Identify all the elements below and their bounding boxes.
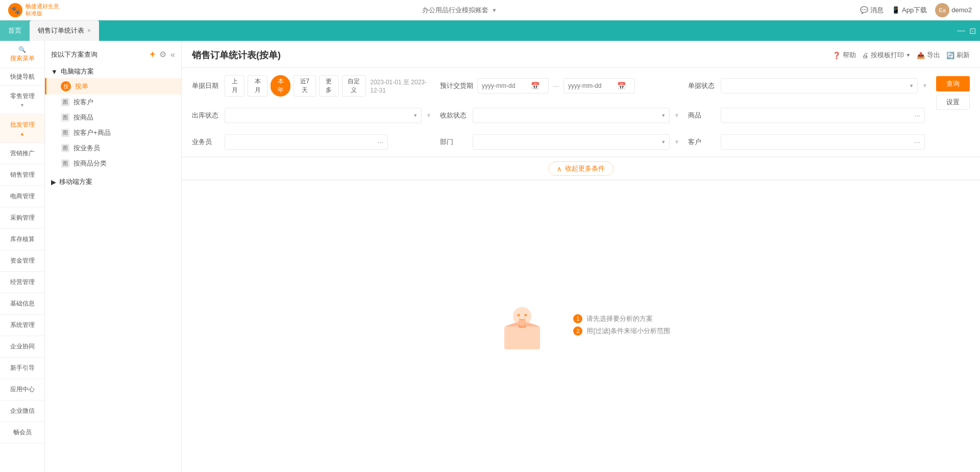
query-btn[interactable]: 查询 (936, 76, 970, 91)
scheme-collapse-icon[interactable]: « (170, 50, 175, 59)
sidebar-item-basic[interactable]: 基础信息 (0, 293, 44, 315)
scheme-panel-actions: + ⚙ « (150, 49, 175, 60)
collapse-btn[interactable]: ∧ 收起更多条件 (548, 161, 614, 176)
bill-date-label: 单据日期 (192, 81, 220, 90)
scheme-settings-icon[interactable]: ⚙ (159, 50, 166, 59)
scheme-add-btn[interactable]: + (150, 49, 156, 60)
empty-state: 1 请先选择要分析的方案 2 用[过滤]条件来缩小分析范围 (182, 180, 980, 472)
help-icon: ❓ (832, 52, 841, 59)
calendar-icon-from: 📅 (531, 82, 540, 90)
dept-dropdown-icon: ▼ (674, 138, 680, 146)
refresh-btn[interactable]: 🔄 刷新 (946, 51, 970, 60)
payment-status-select[interactable] (473, 108, 670, 123)
sidebar-search[interactable]: 🔍 搜索菜单 (0, 41, 44, 68)
tab-sales-stats[interactable]: 销售订单统计表 × (30, 20, 99, 41)
expected-delivery-to[interactable]: 📅 (564, 78, 635, 93)
sidebar-item-label: 电商管理 (10, 192, 35, 201)
salesperson-input[interactable] (229, 138, 375, 146)
date-btn-last-month[interactable]: 上月 (225, 75, 244, 97)
salesperson-dots-icon[interactable]: ··· (377, 138, 383, 146)
sidebar-item-app[interactable]: 应用中心 (0, 379, 44, 400)
message-btn[interactable]: 💬 消息 (860, 6, 884, 15)
sidebar-item-enterprise[interactable]: 企业协同 (0, 336, 44, 358)
tab-home[interactable]: 首页 (0, 20, 30, 41)
app-download-btn[interactable]: 📱 App下载 (892, 6, 927, 15)
user-menu[interactable]: Ea demo2 (935, 3, 972, 17)
sidebar-item-retail[interactable]: 零售管理 ▼ (0, 86, 44, 114)
scheme-item-by-customer-goods[interactable]: 图 按客户+商品 (45, 125, 181, 140)
mobile-category-arrow: ▶ (51, 178, 56, 186)
payment-status-label: 收款状态 (440, 111, 469, 120)
page-header: 销售订单统计表(按单) ❓ 帮助 🖨 按模板打印 ▼ 📤 导出 (182, 41, 980, 68)
help-label: 帮助 (843, 51, 856, 60)
sidebar-item-wholesale[interactable]: 批发管理 ▲ (0, 114, 44, 143)
print-icon: 🖨 (862, 52, 869, 59)
sidebar-item-ecommerce[interactable]: 电商管理 (0, 186, 44, 207)
expected-delivery-from-input[interactable] (482, 82, 528, 89)
date-btn-7days[interactable]: 近7天 (293, 75, 316, 97)
category-label: 电脑端方案 (61, 67, 94, 76)
sidebar-item-purchase[interactable]: 采购管理 (0, 207, 44, 229)
scheme-item-by-order[interactable]: 按 按单 (45, 78, 181, 95)
bill-status-select[interactable] (721, 78, 918, 93)
expected-delivery-from[interactable]: 📅 (477, 78, 549, 93)
top-bar-right: 💬 消息 📱 App下载 Ea demo2 (860, 3, 972, 17)
scheme-item-by-customer[interactable]: 图 按客户 (45, 95, 181, 110)
filter-settings-btn[interactable]: 设置 (936, 95, 970, 110)
sidebar-item-label: 畅会员 (13, 428, 32, 437)
sidebar-item-inventory[interactable]: 库存核算 (0, 229, 44, 250)
customer-dots-icon[interactable]: ··· (914, 138, 920, 146)
company-selector[interactable]: 办公用品行业模拟账套 ▼ (422, 6, 497, 15)
nav-label: 快捷导航 (10, 73, 35, 80)
sidebar-item-label: 库存核算 (10, 235, 35, 244)
hint-item-2: 2 用[过滤]条件来缩小分析范围 (573, 326, 670, 336)
sidebar-item-system[interactable]: 系统管理 (0, 315, 44, 336)
bill-status-select-wrap (721, 78, 918, 93)
scheme-item-label: 按商品分类 (74, 159, 107, 168)
hint-text-1: 请先选择要分析的方案 (586, 314, 653, 323)
sidebar-item-label: 新手引导 (10, 364, 35, 372)
customer-label: 客户 (688, 137, 717, 147)
collapse-label: 收起更多条件 (565, 164, 605, 173)
department-select[interactable] (473, 134, 670, 150)
goods-input[interactable] (725, 112, 912, 119)
sidebar-item-label: 零售管理 (10, 92, 35, 101)
search-icon: 🔍 (18, 46, 26, 53)
help-btn[interactable]: ❓ 帮助 (832, 51, 856, 60)
tab-close-btn[interactable]: × (87, 27, 91, 34)
svg-point-4 (525, 314, 527, 316)
sidebar-item-newbie[interactable]: 新手引导 (0, 358, 44, 379)
sidebar-item-wechat[interactable]: 企业微信 (0, 400, 44, 422)
scheme-category-mobile[interactable]: ▶ 移动端方案 (45, 175, 181, 188)
shipping-status-select[interactable] (225, 108, 422, 123)
date-btn-this-year[interactable]: 本年 (271, 75, 290, 97)
payment-dropdown-icon: ▼ (674, 112, 680, 119)
template-print-btn[interactable]: 🖨 按模板打印 ▼ (862, 51, 911, 60)
tab-bar-actions: — ⊡ (957, 26, 980, 36)
date-btn-more[interactable]: 更多 (319, 75, 339, 97)
hint-item-1: 1 请先选择要分析的方案 (573, 314, 670, 323)
salesperson-label: 业务员 (192, 137, 220, 147)
scheme-item-by-goods[interactable]: 图 按商品 (45, 110, 181, 125)
top-bar: 🐾 畅捷通好生意 标准版 办公用品行业模拟账套 ▼ 💬 消息 📱 App下载 E… (0, 0, 980, 20)
empty-svg (492, 298, 553, 355)
sidebar-item-member[interactable]: 畅会员 (0, 422, 44, 443)
scheme-item-by-salesperson[interactable]: 图 按业务员 (45, 140, 181, 156)
export-btn[interactable]: 📤 导出 (917, 51, 940, 60)
scheme-item-icon-sales: 图 (61, 144, 69, 152)
tab-maximize-btn[interactable]: ⊡ (969, 26, 976, 36)
sidebar-item-operation[interactable]: 经营管理 (0, 272, 44, 293)
date-btn-this-month[interactable]: 本月 (248, 75, 267, 97)
date-btn-custom[interactable]: 自定义 (342, 75, 366, 97)
scheme-category-pc[interactable]: ▼ 电脑端方案 (45, 65, 181, 78)
sidebar-item-marketing[interactable]: 营销推广 (0, 143, 44, 164)
mobile-category-label: 移动端方案 (59, 177, 92, 186)
goods-dots-icon[interactable]: ··· (914, 111, 920, 120)
sidebar-item-finance[interactable]: 资金管理 (0, 250, 44, 272)
sidebar-nav[interactable]: 快捷导航 (0, 68, 44, 86)
scheme-item-by-category[interactable]: 图 按商品分类 (45, 156, 181, 171)
customer-input[interactable] (725, 138, 912, 146)
tab-minimize-btn[interactable]: — (957, 26, 965, 35)
sidebar-item-sales[interactable]: 销售管理 (0, 164, 44, 186)
expected-delivery-to-input[interactable] (568, 82, 614, 89)
